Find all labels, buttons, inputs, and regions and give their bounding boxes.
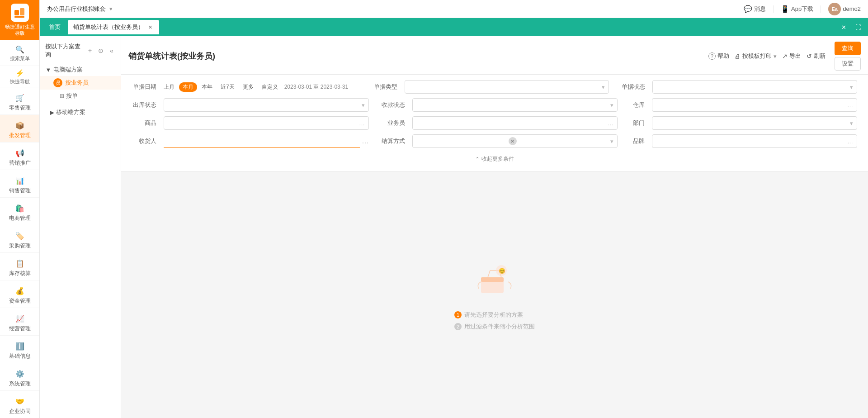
sidebar-item-search[interactable]: 🔍 搜索菜单 xyxy=(0,40,39,66)
app-download-action[interactable]: 📱 App下载 xyxy=(781,5,813,13)
date-last7-btn[interactable]: 近7天 xyxy=(217,82,238,92)
sidebar-item-retail[interactable]: 🛒 零售管理 xyxy=(0,87,39,115)
filter-row-1: 单据日期 上月 本月 本年 近7天 更多 自定义 2023-03-01 至 20… xyxy=(128,80,861,94)
settings-button[interactable]: 设置 xyxy=(835,57,861,71)
settlement-control: ✕ ▾ xyxy=(409,134,621,148)
out-status-dropdown-icon: ▾ xyxy=(362,102,365,109)
sidebar-item-purchase[interactable]: 🏷️ 采购管理 xyxy=(0,225,39,253)
product-select[interactable]: … xyxy=(164,116,369,130)
logo-text: 畅捷通好生意 标版 xyxy=(2,24,38,37)
brand-select[interactable]: … xyxy=(652,134,857,148)
tree-mobile-header[interactable]: ▶ 移动端方案 xyxy=(40,106,121,119)
payment-select[interactable]: ▾ xyxy=(412,98,618,112)
doc-type-label: 单据类型 xyxy=(365,83,401,91)
recipient-dots[interactable]: … xyxy=(362,137,369,145)
collapse-bar: ⌃ 收起更多条件 xyxy=(128,152,861,166)
payment-label: 收款状态 xyxy=(373,101,409,109)
tree-order-item[interactable]: ⊞ 按单 xyxy=(40,90,121,102)
doc-status-dropdown-icon: ▾ xyxy=(850,84,853,90)
message-action[interactable]: 💬 消息 xyxy=(744,5,766,13)
print-icon: 🖨 xyxy=(735,53,741,60)
recipient-input[interactable] xyxy=(164,134,360,148)
tab-sales-stat-label: 销货单统计表（按业务员） xyxy=(73,23,144,31)
brand-dots: … xyxy=(847,138,853,145)
page-title: 销货单统计表(按业务员) xyxy=(128,51,215,62)
tab-bar-actions: ✕ ⛶ xyxy=(837,21,864,33)
sidebar-item-quick-nav[interactable]: ⚡ 快捷导航 xyxy=(0,66,39,87)
date-this-month-btn[interactable]: 本月 xyxy=(179,82,197,92)
doc-status-select[interactable]: ▾ xyxy=(652,80,857,94)
product-dots: … xyxy=(359,120,365,127)
collapse-button[interactable]: ⌃ 收起更多条件 xyxy=(475,155,514,163)
sidebar-item-sales[interactable]: 📊 销售管理 xyxy=(0,170,39,198)
print-action[interactable]: 🖨 按模板打印 ▾ xyxy=(735,52,777,60)
doc-type-select[interactable]: ▾ xyxy=(405,80,609,94)
export-icon: ↗ xyxy=(782,52,788,60)
app-title: 办公用品行业模拟账套 xyxy=(47,5,106,13)
export-action[interactable]: ↗ 导出 xyxy=(782,52,801,60)
out-status-select[interactable]: ▾ xyxy=(164,98,369,112)
sidebar-item-inventory[interactable]: 📋 库存核算 xyxy=(0,253,39,280)
date-tags: 上月 本月 本年 近7天 更多 自定义 xyxy=(160,82,282,92)
sidebar-item-finance[interactable]: 💰 资金管理 xyxy=(0,280,39,308)
warehouse-label: 仓库 xyxy=(621,101,648,109)
salesperson-dots: … xyxy=(608,120,613,127)
doc-type-dropdown-icon: ▾ xyxy=(602,84,605,90)
sidebar-item-system[interactable]: ⚙️ 系统管理 xyxy=(0,363,39,391)
sidebar-item-wholesale[interactable]: 📦 批发管理 xyxy=(0,115,39,142)
query-button[interactable]: 查询 xyxy=(835,42,861,55)
main-content: 办公用品行业模拟账套 ▾ 💬 消息 📱 App下载 Ea demo2 首页 xyxy=(40,0,868,418)
refresh-icon: ↺ xyxy=(807,52,812,60)
dropdown-icon[interactable]: ▾ xyxy=(109,5,113,12)
date-this-year-btn[interactable]: 本年 xyxy=(198,82,216,92)
warehouse-select[interactable]: … xyxy=(652,98,857,112)
warehouse-dots: … xyxy=(847,102,853,109)
help-action[interactable]: ? 帮助 xyxy=(708,52,729,60)
page-header-actions: ? 帮助 🖨 按模板打印 ▾ ↗ 导出 ↺ 刷新 xyxy=(708,42,861,71)
date-last-month-btn[interactable]: 上月 xyxy=(160,82,178,92)
sidebar-item-operations[interactable]: 📈 经营管理 xyxy=(0,308,39,336)
add-plan-btn[interactable]: ＋ xyxy=(85,46,94,55)
left-panel-actions: ＋ ⊙ « xyxy=(85,46,116,55)
sidebar-item-ecommerce[interactable]: 🛍️ 电商管理 xyxy=(0,198,39,225)
tab-fullscreen-btn[interactable]: ⛶ xyxy=(852,21,864,33)
tree-pc-header[interactable]: ▼ 电脑端方案 xyxy=(40,63,121,76)
print-dropdown-icon: ▾ xyxy=(774,53,777,60)
tab-close-icon[interactable]: ✕ xyxy=(146,24,154,31)
tree-salesperson-item[interactable]: 员 按业务员 xyxy=(40,76,121,90)
product-label: 商品 xyxy=(128,119,160,127)
settlement-select[interactable]: ✕ ▾ xyxy=(412,134,618,148)
empty-text: 1 请先选择要分析的方案 2 用过滤条件来缩小分析范围 xyxy=(454,309,535,332)
avatar: Ea xyxy=(828,3,841,15)
tab-close-all-btn[interactable]: ✕ xyxy=(837,21,850,33)
sidebar-item-marketing[interactable]: 📢 营销推广 xyxy=(0,142,39,170)
filter-area: 单据日期 上月 本月 本年 近7天 更多 自定义 2023-03-01 至 20… xyxy=(121,75,868,171)
print-label: 按模板打印 xyxy=(742,52,772,60)
date-more-btn[interactable]: 更多 xyxy=(239,82,257,92)
tab-sales-stat[interactable]: 销货单统计表（按业务员） ✕ xyxy=(68,20,159,34)
app-logo[interactable]: 畅捷通好生意 标版 xyxy=(0,0,39,40)
settings-plan-btn[interactable]: ⊙ xyxy=(96,46,105,55)
collapse-panel-btn[interactable]: « xyxy=(107,46,116,55)
settlement-clear-btn[interactable]: ✕ xyxy=(509,137,517,145)
top-header: 办公用品行业模拟账套 ▾ 💬 消息 📱 App下载 Ea demo2 xyxy=(40,0,868,18)
tab-home[interactable]: 首页 xyxy=(43,20,66,34)
collapse-label: 收起更多条件 xyxy=(481,155,514,163)
step2-text: 用过滤条件来缩小分析范围 xyxy=(464,321,535,332)
payment-dropdown-icon: ▾ xyxy=(610,102,613,109)
content-area: 按以下方案查询 ＋ ⊙ « ▼ 电脑端方案 员 按业务员 ⊞ 按 xyxy=(40,36,868,418)
sidebar-item-basic-info[interactable]: ℹ️ 基础信息 xyxy=(0,336,39,363)
tab-home-label: 首页 xyxy=(49,23,61,31)
page-header: 销货单统计表(按业务员) ? 帮助 🖨 按模板打印 ▾ ↗ 导出 xyxy=(121,36,868,75)
svg-rect-0 xyxy=(14,10,19,15)
empty-illustration: 😊 xyxy=(472,257,517,304)
svg-text:😊: 😊 xyxy=(499,267,505,274)
refresh-action[interactable]: ↺ 刷新 xyxy=(807,52,826,60)
svg-rect-1 xyxy=(20,8,24,15)
date-custom-btn[interactable]: 自定义 xyxy=(258,82,282,92)
sidebar-item-enterprise[interactable]: 🤝 企业协同 xyxy=(0,391,39,418)
salesperson-select[interactable]: … xyxy=(412,116,618,130)
dept-select[interactable]: ▾ xyxy=(652,116,857,130)
user-menu[interactable]: Ea demo2 xyxy=(828,3,861,15)
help-label: 帮助 xyxy=(717,52,729,60)
